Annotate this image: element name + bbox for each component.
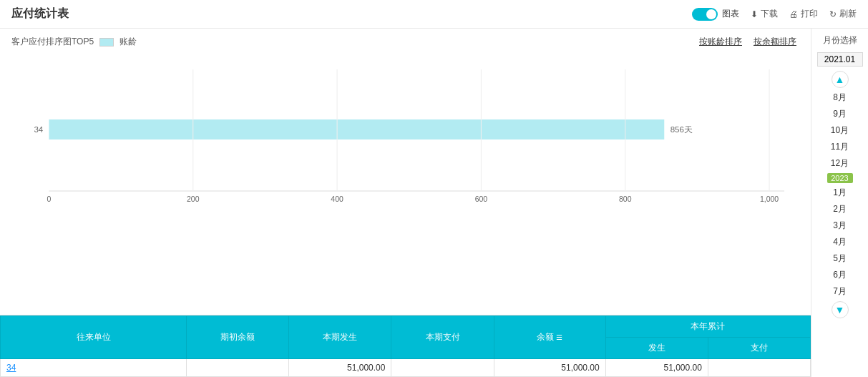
header-actions: 图表 ⬇ 下载 🖨 打印 ↻ 刷新	[692, 8, 857, 21]
cell-unit[interactable]: 34	[1, 359, 187, 377]
refresh-icon: ↻	[829, 9, 837, 19]
print-icon: 🖨	[789, 9, 798, 19]
svg-text:200: 200	[187, 195, 200, 203]
sidebar-month-9[interactable]: 9月	[811, 106, 868, 122]
sidebar-month-3[interactable]: 3月	[811, 217, 868, 234]
chart-area: 34 856天 0 200 400 600 800 1,000	[0, 55, 811, 315]
sidebar-month-12[interactable]: 12月	[811, 155, 868, 172]
bar-chart: 34 856天 0 200 400 600 800 1,000	[11, 55, 799, 212]
sort-by-balance-button[interactable]: 按账龄排序	[696, 34, 745, 49]
chart-toggle[interactable]: 图表	[692, 8, 739, 21]
svg-text:600: 600	[475, 195, 488, 203]
sidebar-month-1[interactable]: 1月	[811, 185, 868, 201]
balance-sort-icon: ☰	[556, 333, 562, 341]
toggle-thumb	[706, 9, 716, 19]
sidebar-month-5[interactable]: 5月	[811, 250, 868, 267]
svg-rect-1	[49, 119, 664, 139]
table-section: 往来单位 期初余额 本期发生 本期支付 余额 ☰ 本年累计	[0, 315, 811, 377]
sidebar-month-7[interactable]: 7月	[811, 283, 868, 300]
col-balance: 余额 ☰	[494, 316, 605, 359]
page-title: 应付统计表	[11, 6, 69, 21]
legend-title: 客户应付排序图TOP5	[11, 36, 94, 48]
col-ytd-pay: 支付	[708, 338, 810, 359]
legend-box	[99, 38, 114, 46]
sidebar-arrow-down[interactable]: ▼	[832, 301, 849, 318]
cell-current-pay	[391, 359, 494, 377]
sidebar-month-8[interactable]: 8月	[811, 89, 868, 106]
cell-ytd-pay	[708, 359, 810, 377]
sidebar-year-badge: 2023	[827, 173, 853, 183]
table-wrapper: 往来单位 期初余额 本期发生 本期支付 余额 ☰ 本年累计	[0, 315, 811, 377]
download-label: 下载	[761, 8, 778, 20]
sidebar-month-6[interactable]: 6月	[811, 267, 868, 283]
sidebar-month-11[interactable]: 11月	[811, 139, 868, 155]
download-icon: ⬇	[751, 9, 758, 19]
col-ytd: 本年累计	[605, 316, 810, 338]
refresh-label: 刷新	[839, 8, 857, 20]
svg-text:34: 34	[34, 125, 43, 134]
download-button[interactable]: ⬇ 下载	[751, 8, 778, 20]
col-opening-balance: 期初余额	[187, 316, 289, 359]
sidebar-month-4[interactable]: 4月	[811, 234, 868, 250]
svg-text:856天: 856天	[670, 125, 692, 134]
col-from-unit: 往来单位	[1, 316, 187, 359]
sidebar-month-10[interactable]: 10月	[811, 122, 868, 139]
sidebar-month-2[interactable]: 2月	[811, 201, 868, 217]
toggle-label: 图表	[722, 8, 739, 20]
print-label: 打印	[801, 8, 818, 20]
chart-header: 客户应付排序图TOP5 账龄 按账龄排序 按余额排序	[0, 29, 811, 55]
col-current-occur: 本期发生	[289, 316, 391, 359]
sidebar-label: 月份选择	[823, 31, 857, 49]
chart-legend: 客户应付排序图TOP5 账龄	[11, 36, 137, 48]
table-header-row-1: 往来单位 期初余额 本期发生 本期支付 余额 ☰ 本年累计	[1, 316, 811, 338]
sort-by-amount-button[interactable]: 按余额排序	[751, 34, 799, 49]
cell-opening-balance	[187, 359, 289, 377]
content-area: 客户应付排序图TOP5 账龄 按账龄排序 按余额排序 34 856天	[0, 29, 868, 377]
data-table: 往来单位 期初余额 本期发生 本期支付 余额 ☰ 本年累计	[0, 315, 811, 377]
print-button[interactable]: 🖨 打印	[789, 8, 818, 20]
right-sidebar: 月份选择 ▲ 8月 9月 10月 11月 12月 2023 1月 2月 3月 4…	[811, 29, 868, 377]
cell-balance: 51,000.00	[494, 359, 605, 377]
cell-ytd-occur: 51,000.00	[605, 359, 708, 377]
refresh-button[interactable]: ↻ 刷新	[829, 8, 857, 20]
cell-current-occur: 51,000.00	[289, 359, 391, 377]
chart-section: 客户应付排序图TOP5 账龄 按账龄排序 按余额排序 34 856天	[0, 29, 811, 377]
sidebar-year-input[interactable]	[817, 52, 863, 67]
svg-text:800: 800	[619, 195, 632, 203]
svg-text:0: 0	[47, 195, 52, 203]
svg-text:400: 400	[331, 195, 343, 203]
page-header: 应付统计表 图表 ⬇ 下载 🖨 打印 ↻ 刷新	[0, 0, 868, 29]
sidebar-arrow-up[interactable]: ▲	[832, 71, 849, 88]
sort-buttons: 按账龄排序 按余额排序	[696, 34, 799, 49]
col-current-pay: 本期支付	[391, 316, 494, 359]
svg-text:1,000: 1,000	[760, 195, 779, 203]
legend-item: 账龄	[120, 36, 137, 48]
table-row: 34 51,000.00 51,000.00 51,000.00	[1, 359, 811, 377]
toggle-track[interactable]	[692, 8, 718, 21]
col-ytd-occur: 发生	[605, 338, 708, 359]
